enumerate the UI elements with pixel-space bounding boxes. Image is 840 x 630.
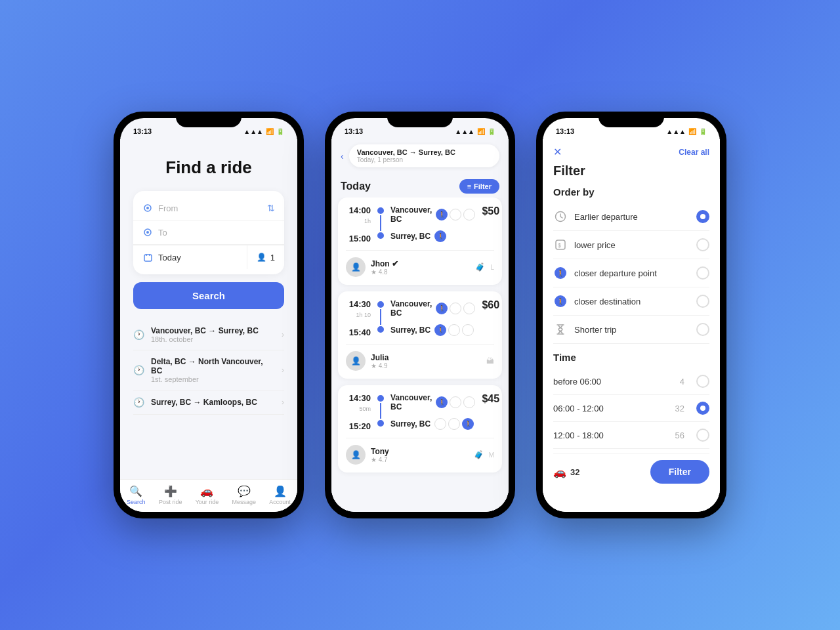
ride-card-0[interactable]: 14:00 1h 15:00 Vancouver, BC: [338, 198, 502, 285]
radio-time-0[interactable]: [696, 375, 709, 388]
filter-option-lower-price[interactable]: $ lower price: [553, 231, 709, 259]
radio-time-2[interactable]: [696, 429, 709, 442]
passenger-field[interactable]: 👤 1: [247, 245, 284, 269]
arrive-city-1: Surrey, BC: [390, 326, 430, 335]
dot-depart-1: [377, 301, 384, 308]
clear-all-button[interactable]: Clear all: [679, 148, 709, 157]
nav-your-label: Your ride: [196, 499, 219, 505]
filter-icon: ≡: [467, 182, 471, 190]
nav-message[interactable]: 💬 Message: [232, 485, 257, 505]
arrive-time-2: 15:20: [349, 421, 371, 431]
filter-button[interactable]: ≡ Filter: [459, 179, 499, 194]
p2-header: ‹ Vancouver, BC → Surrey, BC Today, 1 pe…: [331, 139, 509, 173]
time-3: 13:13: [556, 127, 574, 135]
route-pill-main: Vancouver, BC → Surrey, BC: [357, 148, 492, 156]
radio-lower-price[interactable]: [696, 238, 709, 251]
price-2: $45: [482, 393, 499, 405]
nav-account[interactable]: 👤 Account: [269, 485, 291, 505]
seat-arr-0: 🚶: [434, 230, 446, 242]
search-icon: 🔍: [129, 485, 142, 497]
seat-empty-2-4: [448, 418, 460, 430]
filter-footer: 🚗 32 Filter: [553, 453, 709, 490]
radio-earlier-departure[interactable]: [696, 210, 709, 223]
time-option-6-12[interactable]: 06:00 - 12:00 32: [553, 395, 709, 422]
nav-search[interactable]: 🔍 Search: [127, 485, 146, 505]
line-0: [380, 215, 381, 231]
price-0: $50: [482, 205, 499, 217]
seat-taken-0-0: 🚶: [436, 209, 448, 220]
seat-taken-2-0: 🚶: [436, 396, 448, 408]
seat-arr-1: 🚶: [434, 324, 446, 336]
close-button[interactable]: ✕: [553, 146, 562, 158]
from-field[interactable]: From ⇅: [133, 196, 284, 220]
duration-1: 1h 10: [356, 312, 371, 318]
recent-item-2[interactable]: 🕐 Surrey, BC → Kamloops, BC ›: [133, 390, 284, 415]
arrive-time-0: 15:00: [349, 234, 371, 243]
calendar-icon: [142, 252, 153, 262]
svg-point-1: [146, 207, 149, 209]
time-1: 13:13: [133, 127, 152, 135]
location-icon-to: [142, 227, 153, 238]
depart-city-0: Vancouver, BC: [390, 205, 432, 224]
recent-route-2: Surrey, BC → Kamloops, BC: [151, 398, 275, 407]
date-passenger-row: Today 👤 1: [133, 245, 284, 269]
price-1: $60: [482, 299, 499, 311]
line-1: [380, 309, 381, 325]
filter-option-closer-departure[interactable]: 🚶 closer departure point: [553, 259, 709, 287]
recent-date-0: 18th. october: [151, 335, 275, 343]
phone-1: 13:13 ▲▲▲ 📶 🔋 Find a ride From ⇅: [114, 112, 304, 518]
filter-option-shorter-trip[interactable]: Shorter trip: [553, 316, 709, 344]
time-label-2: 12:00 - 18:00: [553, 430, 669, 440]
clock-icon-1: 🕐: [133, 365, 144, 375]
rides-list: 14:00 1h 15:00 Vancouver, BC: [331, 198, 509, 512]
result-count-value: 32: [570, 467, 579, 477]
filter-submit-button[interactable]: Filter: [650, 460, 709, 484]
recent-item-0[interactable]: 🕐 Vancouver, BC → Surrey, BC 18th. octob…: [133, 320, 284, 350]
time-option-before-6[interactable]: before 06:00 4: [553, 368, 709, 395]
recent-item-1[interactable]: 🕐 Delta, BC → North Vancouver, BC 1st. s…: [133, 350, 284, 390]
depart-time-0: 14:00: [349, 205, 371, 215]
seat-empty-1-2: [463, 303, 475, 314]
nav-search-label: Search: [127, 499, 146, 505]
arrive-city-0: Surrey, BC: [390, 232, 430, 241]
route-pill-sub: Today, 1 person: [357, 156, 492, 163]
nav-your-ride[interactable]: 🚗 Your ride: [196, 485, 219, 505]
radio-closer-departure[interactable]: [696, 266, 709, 280]
filter-option-closer-destination[interactable]: 🚶 closer destination: [553, 287, 709, 316]
time-option-12-18[interactable]: 12:00 - 18:00 56: [553, 422, 709, 449]
closer-destination-label: closer destination: [574, 297, 690, 306]
radio-time-1[interactable]: [696, 402, 709, 415]
nav-post-ride[interactable]: ➕ Post ride: [159, 485, 182, 505]
signal-icon-1: ▲▲▲: [243, 128, 263, 135]
plus-icon: ➕: [164, 485, 177, 497]
time-title: Time: [553, 352, 709, 363]
depart-time-1: 14:30: [349, 299, 371, 309]
signal-icon-3: ▲▲▲: [666, 128, 686, 135]
search-button[interactable]: Search: [133, 282, 284, 309]
arrive-time-1: 15:40: [349, 327, 371, 337]
arrive-city-2: Surrey, BC: [390, 419, 430, 429]
to-field[interactable]: To: [133, 220, 284, 245]
battery-icon-2: 🔋: [488, 128, 495, 135]
nav-account-label: Account: [269, 499, 291, 505]
luggage-size-0: L: [490, 264, 494, 271]
depart-time-2: 14:30: [349, 393, 371, 403]
page-title: Find a ride: [133, 158, 284, 178]
duration-0: 1h: [364, 218, 371, 224]
seat-empty-1-3: [448, 324, 460, 336]
seat-empty-1-1: [450, 303, 461, 314]
radio-shorter-trip[interactable]: [696, 323, 709, 336]
date-field[interactable]: Today: [133, 245, 247, 269]
closer-departure-label: closer departure point: [574, 268, 690, 278]
filter-option-earlier-departure[interactable]: Earlier departure: [553, 203, 709, 231]
ride-card-1[interactable]: 14:30 1h 10 15:40 Vancouver, BC: [338, 291, 502, 379]
passenger-count: 1: [270, 253, 275, 262]
ride-card-2[interactable]: 14:30 50m 15:20 Vancouver, BC: [338, 385, 502, 472]
driver-row-0: 👤 Jhon ✔ ★ 4.8 🧳 L: [346, 250, 494, 277]
notch-3: [598, 112, 664, 127]
walk-depart-icon: 🚶: [553, 266, 568, 280]
back-button[interactable]: ‹: [341, 151, 344, 161]
driver-name-2: Tony: [371, 447, 469, 456]
radio-closer-destination[interactable]: [696, 295, 709, 308]
dot-arrive-1: [377, 326, 384, 333]
